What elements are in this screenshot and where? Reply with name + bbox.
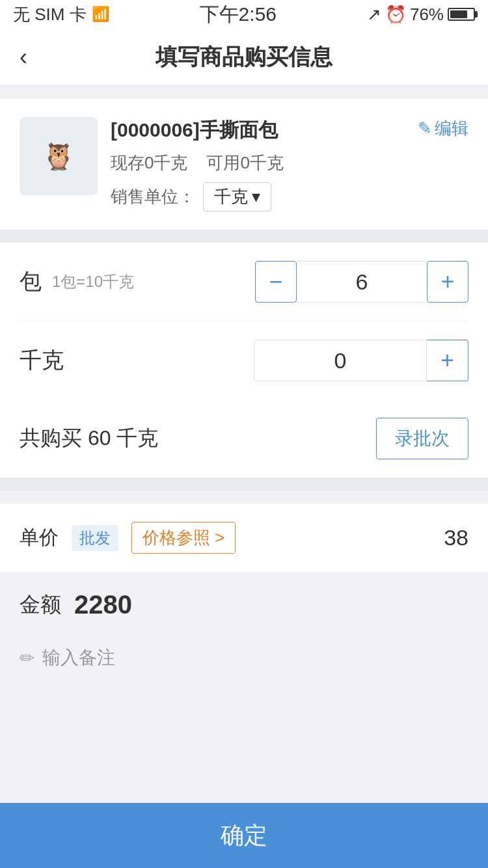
product-stock-info: 现存0千克 可用0千克 bbox=[111, 152, 468, 174]
location-icon: ↗ bbox=[367, 5, 381, 25]
unit-value: 千克 bbox=[214, 185, 248, 208]
amount-value: 2280 bbox=[74, 590, 132, 619]
product-thumbnail: 🦉 bbox=[20, 117, 98, 195]
battery-bar bbox=[448, 8, 475, 21]
bag-row: 包 1包=10千克 − + bbox=[20, 243, 468, 321]
amount-label: 金额 bbox=[20, 591, 61, 619]
remark-label: 输入备注 bbox=[42, 645, 115, 670]
kg-row: 千克 + bbox=[20, 321, 468, 400]
bag-label-text: 包 bbox=[20, 267, 42, 297]
bag-stepper: − + bbox=[255, 261, 468, 303]
bag-plus-button[interactable]: + bbox=[427, 261, 468, 303]
kg-label-text: 千克 bbox=[20, 346, 64, 375]
back-button[interactable]: ‹ bbox=[20, 44, 27, 71]
amount-row: 金额 2280 bbox=[20, 590, 468, 619]
unit-chevron-icon: ▾ bbox=[252, 187, 260, 207]
product-name: [0000006]手撕面包 bbox=[111, 117, 468, 144]
wifi-icon: 📶 bbox=[92, 6, 109, 23]
alarm-icon: ⏰ bbox=[385, 5, 406, 25]
status-carrier: 无 SIM 卡 📶 bbox=[13, 3, 109, 26]
edit-label: 编辑 bbox=[435, 117, 468, 140]
price-ref-button[interactable]: 价格参照 > bbox=[131, 522, 236, 554]
bag-label-sub: 1包=10千克 bbox=[52, 271, 134, 292]
input-section: 包 1包=10千克 − + 千克 + bbox=[0, 243, 488, 400]
price-row: 单价 批发 价格参照 > 38 bbox=[20, 522, 468, 554]
bag-input[interactable] bbox=[297, 261, 427, 303]
battery-fill bbox=[450, 10, 467, 18]
status-right: ↗ ⏰ 76% bbox=[367, 5, 475, 25]
price-section: 单价 批发 价格参照 > 38 bbox=[0, 504, 488, 572]
amount-section: 金额 2280 ✏ 输入备注 bbox=[0, 572, 488, 683]
carrier-text: 无 SIM 卡 bbox=[13, 3, 87, 26]
section-divider-1 bbox=[0, 230, 488, 243]
total-row: 共购买 60 千克 录批次 bbox=[0, 400, 488, 478]
edit-button[interactable]: ✎ 编辑 bbox=[418, 117, 468, 140]
status-bar: 无 SIM 卡 📶 下午2:56 ↗ ⏰ 76% bbox=[0, 0, 488, 29]
kg-stepper: + bbox=[254, 340, 468, 381]
unit-label: 销售单位： bbox=[111, 185, 195, 208]
confirm-button-label: 确定 bbox=[221, 820, 267, 852]
product-card: 🦉 [0000006]手撕面包 现存0千克 可用0千克 销售单位： 千克 ▾ ✎… bbox=[0, 99, 488, 230]
nav-bar: ‹ 填写商品购买信息 bbox=[0, 29, 488, 86]
bag-label: 包 1包=10千克 bbox=[20, 267, 134, 297]
kg-label: 千克 bbox=[20, 346, 64, 375]
section-divider-2 bbox=[0, 478, 488, 491]
edit-icon: ✎ bbox=[418, 118, 432, 139]
confirm-button[interactable]: 确定 bbox=[0, 803, 488, 868]
product-logo: 🦉 bbox=[42, 141, 75, 172]
status-time: 下午2:56 bbox=[200, 1, 277, 28]
product-id: [0000006] bbox=[111, 119, 200, 141]
price-type-tag: 批发 bbox=[72, 525, 118, 551]
batch-button[interactable]: 录批次 bbox=[376, 418, 468, 459]
price-label: 单价 bbox=[20, 524, 59, 551]
kg-plus-button[interactable]: + bbox=[427, 340, 468, 381]
price-value: 38 bbox=[444, 525, 468, 550]
product-title: 手撕面包 bbox=[200, 119, 278, 141]
bag-minus-button[interactable]: − bbox=[255, 261, 297, 303]
unit-select[interactable]: 千克 ▾ bbox=[203, 182, 271, 211]
product-unit-row: 销售单位： 千克 ▾ bbox=[111, 182, 468, 211]
stock-current: 现存0千克 bbox=[111, 153, 187, 172]
kg-input[interactable] bbox=[254, 340, 427, 381]
remark-icon: ✏ bbox=[20, 647, 34, 669]
remark-row[interactable]: ✏ 输入备注 bbox=[20, 632, 468, 683]
total-label: 共购买 60 千克 bbox=[20, 424, 158, 453]
page-title: 填写商品购买信息 bbox=[156, 42, 332, 72]
battery-percent: 76% bbox=[410, 5, 444, 25]
product-info: [0000006]手撕面包 现存0千克 可用0千克 销售单位： 千克 ▾ bbox=[111, 117, 468, 211]
stock-available: 可用0千克 bbox=[206, 153, 283, 172]
